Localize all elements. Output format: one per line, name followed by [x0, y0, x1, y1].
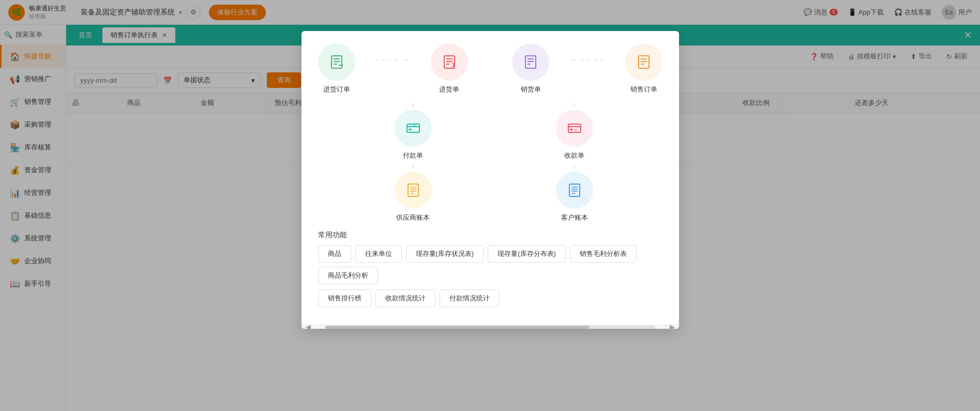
svg-rect-17 — [409, 129, 412, 130]
flow-node-customer-account[interactable]: 客户账本 — [556, 172, 593, 222]
flow-node-purchase-bill[interactable]: 进货单 — [431, 43, 468, 94]
arrow-sales-order-to-bill: ← - - - - — [570, 56, 604, 64]
func-btn-0[interactable]: 商品 — [318, 245, 351, 263]
func-btn-6[interactable]: 销售排行榜 — [318, 290, 371, 307]
modal-overlay[interactable]: 进货订单 - - - - → 进货单 销货 — [0, 0, 980, 411]
flow-node-sales-order[interactable]: 销售订单 — [625, 43, 662, 94]
supplier-account-circle — [395, 172, 432, 209]
flow-section-top: 进货订单 - - - - → 进货单 销货 — [318, 43, 662, 94]
arrow-purchase-order-to-bill: - - - - → — [376, 56, 410, 64]
arrow-down-supplier: ↓ — [411, 161, 415, 171]
func-btn-2[interactable]: 现存量(库存状况表) — [406, 245, 484, 263]
modal-content: 进货订单 - - - - → 进货单 销货 — [301, 31, 679, 325]
arrow-down-receipt: ↓ — [572, 99, 577, 109]
func-btn-4[interactable]: 销售毛利分析表 — [570, 245, 637, 263]
flow-node-payment-bill[interactable]: ¥ 付款单 — [395, 110, 432, 160]
svg-rect-19 — [408, 184, 418, 196]
func-btn-8[interactable]: 付款情况统计 — [440, 290, 500, 307]
payment-bill-circle: ¥ — [395, 110, 432, 147]
func-btn-5[interactable]: 商品毛利分析 — [318, 267, 378, 284]
svg-text:¥: ¥ — [574, 128, 577, 132]
scrollbar-track — [325, 326, 655, 329]
common-functions-title: 常用功能 — [318, 231, 662, 240]
arrow-down-customer: ↓ — [572, 161, 577, 171]
flow-node-purchase-order[interactable]: 进货订单 — [318, 43, 355, 94]
receipt-bill-circle: ¥ — [556, 110, 593, 147]
quick-nav-modal: 进货订单 - - - - → 进货单 销货 — [301, 31, 679, 329]
function-grid-row1: 商品 往来单位 现存量(库存状况表) 现存量(库存分布表) 销售毛利分析表 商品… — [318, 245, 662, 284]
svg-text:¥: ¥ — [413, 123, 416, 128]
svg-rect-28 — [569, 184, 580, 196]
function-grid-row2: 销售排行榜 收款情况统计 付款情况统计 — [318, 290, 662, 307]
flow-node-supplier-account[interactable]: 供应商账本 — [395, 172, 432, 222]
sales-bill-circle — [512, 43, 549, 81]
scroll-left-arrow[interactable]: ◀ — [301, 323, 315, 329]
purchase-bill-circle — [431, 43, 468, 81]
scrollbar-thumb[interactable] — [325, 326, 589, 329]
arrow-down-payment: ↓ — [411, 99, 415, 109]
flow-node-sales-bill[interactable]: 销货单 — [512, 43, 549, 94]
customer-account-circle — [556, 172, 593, 209]
flow-node-receipt-bill[interactable]: ¥ 收款单 — [556, 110, 593, 160]
modal-scrollbar: ◀ ▶ — [301, 325, 679, 329]
func-btn-3[interactable]: 现存量(库存分布表) — [488, 245, 566, 263]
func-btn-7[interactable]: 收款情况统计 — [375, 290, 435, 307]
func-btn-1[interactable]: 往来单位 — [355, 245, 402, 263]
scroll-right-arrow[interactable]: ▶ — [666, 323, 679, 329]
purchase-order-circle — [318, 43, 355, 81]
svg-rect-26 — [570, 129, 573, 130]
sales-order-circle — [625, 43, 662, 81]
